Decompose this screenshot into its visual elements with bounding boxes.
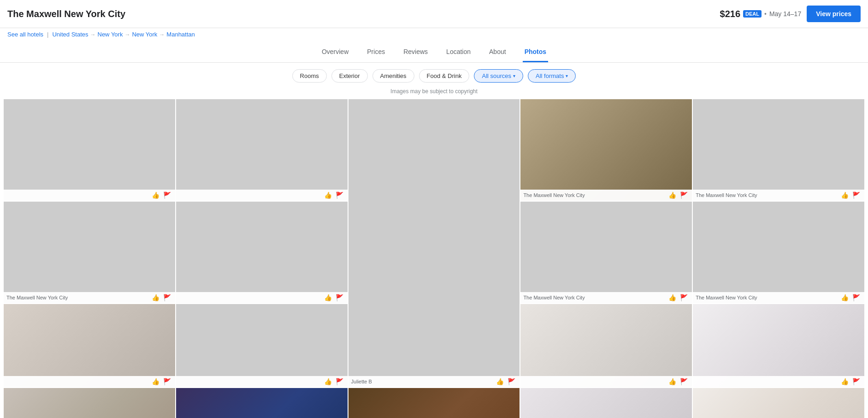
hotel-title: The Maxwell New York City <box>7 9 125 19</box>
flag-btn-r2c1[interactable]: 🚩 <box>162 293 172 302</box>
filter-rooms[interactable]: Rooms <box>292 69 327 83</box>
photo-cell-r3c5[interactable]: 👍 🚩 <box>693 304 864 387</box>
photo-cell-r2c1[interactable]: The Maxwell New York City 👍 🚩 <box>4 202 175 303</box>
like-btn-r1c2[interactable]: 👍 <box>323 191 333 199</box>
flag-btn-r2c4[interactable]: 🚩 <box>679 293 689 302</box>
photo-cell-large-center[interactable]: Juliette B 👍 🚩 <box>348 99 520 387</box>
separator: • <box>764 10 767 18</box>
photo-cell-r2c5[interactable]: The Maxwell New York City 👍 🚩 <box>693 202 864 303</box>
photo-cell-b4[interactable]: 👍 🚩 <box>520 388 692 418</box>
like-btn-r3c4[interactable]: 👍 <box>667 377 678 386</box>
photo-source-r2c1: The Maxwell New York City <box>6 295 68 300</box>
photo-source-r1c4: The Maxwell New York City <box>523 192 585 198</box>
flag-btn-r3c1[interactable]: 🚩 <box>162 377 172 386</box>
tab-reviews[interactable]: Reviews <box>402 42 430 62</box>
photo-source-r2c5: The Maxwell New York City <box>696 295 757 300</box>
photo-cell-r1c4[interactable]: The Maxwell New York City 👍 🚩 <box>520 99 692 201</box>
nav-tabs: Overview Prices Reviews Location About P… <box>0 42 868 63</box>
photo-source-r2c4: The Maxwell New York City <box>523 295 585 300</box>
photo-actions-r1c2: 👍 🚩 <box>323 191 345 199</box>
copyright-notice: Images may be subject to copyright <box>0 86 868 99</box>
all-sources-chevron: ▾ <box>513 73 515 78</box>
photo-cell-r1c5[interactable]: The Maxwell New York City 👍 🚩 <box>693 99 864 201</box>
flag-btn-r1c5[interactable]: 🚩 <box>851 191 862 199</box>
price-amount: $216 <box>720 9 741 19</box>
photo-cell-r3c4[interactable]: 👍 🚩 <box>520 304 692 387</box>
photo-actions-r1c5: 👍 🚩 <box>839 191 862 199</box>
photo-actions-large: 👍 🚩 <box>495 377 517 386</box>
photo-cell-r3c2[interactable]: 👍 🚩 <box>176 304 348 387</box>
photo-cell-r1c1[interactable]: 👍 🚩 <box>4 99 175 201</box>
breadcrumb-city[interactable]: New York <box>132 31 157 38</box>
tab-photos[interactable]: Photos <box>523 42 548 62</box>
breadcrumb-arrow-1: → <box>90 31 96 38</box>
photo-source-r1c5: The Maxwell New York City <box>696 192 757 198</box>
like-btn-r1c4[interactable]: 👍 <box>667 191 678 199</box>
photo-actions-r2c5: 👍 🚩 <box>839 293 862 302</box>
tab-about[interactable]: About <box>487 42 508 62</box>
like-btn-r2c2[interactable]: 👍 <box>323 293 333 302</box>
flag-btn-r3c4[interactable]: 🚩 <box>679 377 689 386</box>
view-prices-button[interactable]: View prices <box>807 6 861 22</box>
breadcrumb-see-all[interactable]: See all hotels <box>7 31 43 38</box>
like-btn-r2c1[interactable]: 👍 <box>150 293 161 302</box>
photo-cell-b1[interactable]: 👍 🚩 <box>4 388 175 418</box>
photo-actions-r1c4: 👍 🚩 <box>667 191 689 199</box>
photo-actions-r3c5: 👍 🚩 <box>839 377 862 386</box>
header-right: $216 DEAL • May 14–17 View prices <box>720 6 861 22</box>
photo-actions-r3c1: 👍 🚩 <box>150 377 172 386</box>
photo-cell-b3[interactable]: 👍 🚩 <box>348 388 520 418</box>
filter-food-drink[interactable]: Food & Drink <box>419 69 470 83</box>
flag-btn-r3c5[interactable]: 🚩 <box>851 377 862 386</box>
breadcrumb: See all hotels | United States → New Yor… <box>0 28 868 42</box>
flag-btn-r1c1[interactable]: 🚩 <box>162 191 172 199</box>
deal-badge: DEAL <box>743 10 762 18</box>
filter-amenities[interactable]: Amenities <box>372 69 414 83</box>
photo-actions-r2c4: 👍 🚩 <box>667 293 689 302</box>
header: The Maxwell New York City $216 DEAL • Ma… <box>0 0 868 28</box>
tab-prices[interactable]: Prices <box>365 42 387 62</box>
like-btn-large[interactable]: 👍 <box>495 377 505 386</box>
breadcrumb-country[interactable]: United States <box>52 31 88 38</box>
photo-cell-r3c1[interactable]: 👍 🚩 <box>4 304 175 387</box>
photo-cell-r2c2[interactable]: 👍 🚩 <box>176 202 348 303</box>
flag-btn-r1c2[interactable]: 🚩 <box>334 191 345 199</box>
like-btn-r2c5[interactable]: 👍 <box>839 293 850 302</box>
flag-btn-r2c2[interactable]: 🚩 <box>334 293 345 302</box>
photo-grid-bottom: 👍 🚩 👍 🚩 👍 🚩 👍 🚩 <box>0 387 868 418</box>
like-btn-r3c1[interactable]: 👍 <box>150 377 161 386</box>
tab-location[interactable]: Location <box>444 42 472 62</box>
like-btn-r1c5[interactable]: 👍 <box>839 191 850 199</box>
photo-cell-b2[interactable]: 👍 🚩 <box>176 388 348 418</box>
flag-btn-r3c2[interactable]: 🚩 <box>334 377 345 386</box>
breadcrumb-arrow-3: → <box>159 31 165 38</box>
flag-btn-r2c5[interactable]: 🚩 <box>851 293 862 302</box>
photo-cell-r2c4[interactable]: The Maxwell New York City 👍 🚩 <box>520 202 692 303</box>
filter-all-sources[interactable]: All sources ▾ <box>474 69 523 83</box>
filter-row: Rooms Exterior Amenities Food & Drink Al… <box>0 63 868 86</box>
photo-actions-r1c1: 👍 🚩 <box>150 191 172 199</box>
like-btn-r3c2[interactable]: 👍 <box>323 377 333 386</box>
date-range: May 14–17 <box>769 10 801 18</box>
like-btn-r3c5[interactable]: 👍 <box>839 377 850 386</box>
breadcrumb-state[interactable]: New York <box>98 31 123 38</box>
photo-cell-r1c2[interactable]: 👍 🚩 <box>176 99 348 201</box>
flag-btn-large[interactable]: 🚩 <box>506 377 517 386</box>
tab-overview[interactable]: Overview <box>320 42 350 62</box>
photo-source-large: Juliette B <box>351 379 372 384</box>
price-block: $216 DEAL • May 14–17 <box>720 9 802 19</box>
breadcrumb-sep-1: | <box>47 31 48 38</box>
flag-btn-r1c4[interactable]: 🚩 <box>679 191 689 199</box>
photo-grid-main: 👍 🚩 👍 🚩 Juliette B 👍 🚩 The Maxwell New Y <box>0 99 868 387</box>
photo-actions-r3c4: 👍 🚩 <box>667 377 689 386</box>
photo-cell-b5[interactable]: 👍 🚩 <box>693 388 864 418</box>
all-formats-chevron: ▾ <box>566 73 568 78</box>
breadcrumb-arrow-2: → <box>124 31 130 38</box>
photo-actions-r2c2: 👍 🚩 <box>323 293 345 302</box>
photo-actions-r2c1: 👍 🚩 <box>150 293 172 302</box>
like-btn-r2c4[interactable]: 👍 <box>667 293 678 302</box>
like-btn-r1c1[interactable]: 👍 <box>150 191 161 199</box>
breadcrumb-neighborhood[interactable]: Manhattan <box>166 31 195 38</box>
filter-all-formats[interactable]: All formats ▾ <box>528 69 576 83</box>
filter-exterior[interactable]: Exterior <box>331 69 368 83</box>
